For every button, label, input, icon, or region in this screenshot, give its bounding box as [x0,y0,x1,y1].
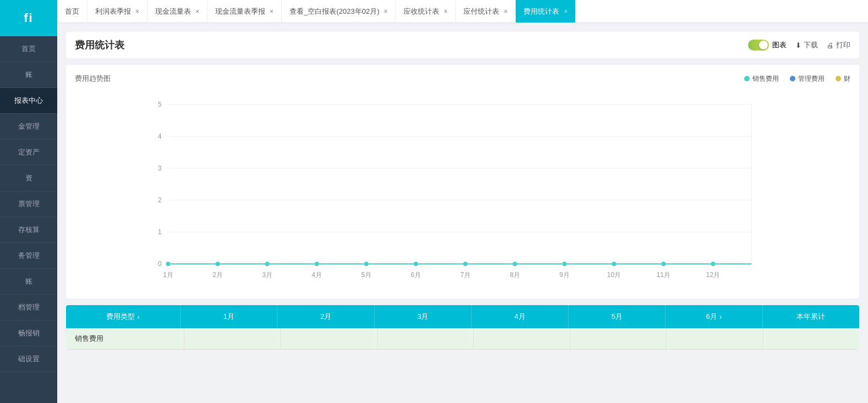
expense-table: 费用类型 ‹ 1月 2月 3月 4月 5月 [66,305,859,350]
svg-point-17 [364,262,369,266]
legend-dot-finance [836,76,841,81]
nav-arrow-right[interactable]: › [719,312,722,321]
tab-blank-report[interactable]: 查看_空白报表(2023年02月) × [282,0,396,23]
page-header: 费用统计表 图表 ⬇ 下载 🖨 打印 [66,32,859,58]
td-ytd-0 [763,328,859,349]
svg-point-23 [662,262,666,266]
main-area: 首页 利润表季报 × 现金流量表 × 现金流量表季报 × 查看_空白报表(202… [57,0,868,403]
tab-cashflow[interactable]: 现金流量表 × [148,0,208,23]
td-m4-0 [474,328,570,349]
legend-dot-manage [790,76,795,81]
svg-point-18 [414,262,418,266]
svg-point-24 [711,262,716,266]
th-m5: 5月 [569,305,665,328]
tab-close-blank-report[interactable]: × [384,8,387,15]
tab-close-cashflow-season[interactable]: × [270,8,274,15]
svg-text:2: 2 [158,196,162,204]
th-m3: 3月 [375,305,472,328]
tab-close-receivable[interactable]: × [444,8,447,15]
td-m2-0 [281,328,377,349]
svg-text:1: 1 [158,228,162,236]
svg-text:4: 4 [158,133,162,140]
svg-text:5: 5 [158,101,162,108]
sidebar-item-inventory[interactable]: 存核算 [0,217,57,243]
sidebar: fi 首页 账 报表中心 金管理 定资产 资 票管理 存核算 务管理 账 档管理… [0,0,57,403]
sidebar-item-ledger[interactable]: 账 [0,269,57,295]
tab-profit[interactable]: 利润表季报 × [88,0,148,23]
svg-text:3月: 3月 [262,271,272,279]
svg-text:5月: 5月 [361,271,372,279]
sidebar-item-invoice[interactable]: 票管理 [0,191,57,217]
svg-point-19 [463,262,468,266]
sidebar-item-refund[interactable]: 畅报销 [0,321,57,346]
chart-toggle-wrap: 图表 [748,40,787,51]
download-icon: ⬇ [795,41,801,49]
sidebar-item-account[interactable]: 账 [0,62,57,88]
chart-toggle-label: 图表 [772,40,787,50]
svg-point-13 [166,262,171,266]
tab-expense[interactable]: 费用统计表 × [516,0,576,23]
print-button[interactable]: 🖨 打印 [827,40,850,50]
svg-point-20 [513,262,517,266]
sidebar-item-cash[interactable]: 金管理 [0,114,57,140]
th-m6: 6月 › [665,305,762,328]
header-actions: 图表 ⬇ 下载 🖨 打印 [748,40,850,51]
svg-text:8月: 8月 [510,271,520,279]
svg-text:7月: 7月 [460,271,471,279]
td-m5-0 [570,328,667,349]
chart-legend: 销售费用 管理费用 财 [744,74,850,84]
svg-text:3: 3 [158,164,162,172]
sidebar-item-settings[interactable]: 础设置 [0,346,57,372]
chart-title: 费用趋势图 [75,74,111,84]
svg-point-22 [612,262,616,266]
nav-arrow-left[interactable]: ‹ [137,312,140,321]
svg-point-21 [563,262,567,266]
svg-text:9月: 9月 [559,271,570,279]
table-row: 销售费用 [66,328,859,350]
download-button[interactable]: ⬇ 下载 [795,40,818,50]
tab-cashflow-season[interactable]: 现金流量表季报 × [208,0,282,23]
svg-text:12月: 12月 [706,271,720,279]
legend-dot-sales [744,76,750,81]
svg-text:0: 0 [158,260,162,268]
sidebar-item-report[interactable]: 报表中心 [0,88,57,114]
tab-payable[interactable]: 应付统计表 × [456,0,516,23]
legend-manage: 管理费用 [790,74,825,84]
svg-text:2月: 2月 [212,271,223,279]
svg-text:10月: 10月 [607,271,621,279]
svg-text:6月: 6月 [411,271,421,279]
th-m2: 2月 [277,305,374,328]
toggle-knob [759,41,768,49]
td-m1-0 [184,328,281,349]
svg-point-14 [216,262,220,266]
sidebar-item-home[interactable]: 首页 [0,36,57,62]
trend-chart: 5 4 3 2 1 0 [75,90,850,288]
svg-point-16 [315,262,319,266]
chart-card: 费用趋势图 销售费用 管理费用 财 [66,65,859,299]
chart-header: 费用趋势图 销售费用 管理费用 财 [75,74,850,84]
tab-bar: 首页 利润表季报 × 现金流量表 × 现金流量表季报 × 查看_空白报表(202… [57,0,868,23]
tab-close-cashflow[interactable]: × [195,8,199,15]
tab-close-expense[interactable]: × [564,8,567,15]
content-area: 费用统计表 图表 ⬇ 下载 🖨 打印 [57,23,868,403]
sidebar-item-service[interactable]: 务管理 [0,243,57,269]
sidebar-item-assets[interactable]: 定资产 [0,140,57,165]
svg-text:11月: 11月 [657,271,670,279]
tab-home[interactable]: 首页 [57,0,88,23]
th-m4: 4月 [472,305,569,328]
sidebar-item-archive[interactable]: 档管理 [0,295,57,321]
sidebar-item-invest[interactable]: 资 [0,165,57,191]
tab-receivable[interactable]: 应收统计表 × [396,0,456,23]
chart-toggle[interactable] [748,40,769,51]
legend-finance: 财 [836,74,850,84]
page-title: 费用统计表 [75,38,124,52]
tab-close-payable[interactable]: × [504,8,507,15]
th-ytd: 本年累计 [763,305,859,328]
th-type: 费用类型 ‹ [66,305,181,328]
tab-close-profit[interactable]: × [135,8,139,15]
th-m1: 1月 [181,305,277,328]
print-icon: 🖨 [827,41,834,49]
chart-svg-wrap: 5 4 3 2 1 0 [75,90,850,290]
svg-point-15 [265,262,270,266]
legend-sales: 销售费用 [744,74,779,84]
